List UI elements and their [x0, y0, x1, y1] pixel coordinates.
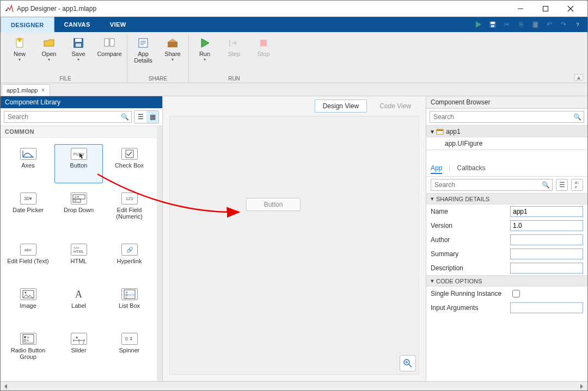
grid-view-toggle[interactable]: ▦ — [146, 111, 158, 123]
tab-canvas[interactable]: CANVAS — [54, 17, 100, 32]
stop-button[interactable]: Stop — [251, 34, 276, 74]
quick-access-toolbar: ✂ ⎘ 📋 ↶ ↷ ? — [473, 17, 587, 32]
bottom-scrollbar[interactable]: ⏴ ⏵ — [1, 381, 587, 390]
design-canvas[interactable]: Button — [169, 116, 419, 375]
canvas-button-widget[interactable]: Button — [246, 198, 301, 211]
dropdown-icon: a ▾b — [71, 193, 87, 204]
prop-author-input[interactable] — [510, 234, 583, 245]
qat-help-icon[interactable]: ? — [572, 19, 583, 30]
svg-text:?: ? — [576, 22, 579, 27]
tree-node-uifigure[interactable]: app.UIFigure — [426, 138, 587, 150]
tab-designer[interactable]: DESIGNER — [1, 17, 54, 32]
component-dropdown[interactable]: a ▾bDrop Down — [54, 189, 103, 234]
component-checkbox[interactable]: Check Box — [105, 144, 154, 183]
app-details-button[interactable]: App Details — [131, 34, 156, 74]
document-tab-label: app1.mlapp — [7, 87, 38, 94]
close-button[interactable] — [558, 1, 583, 17]
code-view-tab[interactable]: Code View — [371, 100, 419, 113]
list-view-toggle[interactable]: ☰ — [134, 111, 146, 123]
maximize-button[interactable] — [533, 1, 558, 17]
component-label[interactable]: ALabel — [54, 284, 103, 324]
open-button[interactable]: Open▾ — [36, 34, 62, 74]
svg-line-51 — [409, 364, 412, 367]
component-browser-panel: Component Browser 🔍 ▾ app1 app.UIFigure … — [426, 96, 587, 381]
zoom-button[interactable] — [400, 355, 416, 371]
component-datepicker[interactable]: 30▾Date Picker — [4, 189, 52, 234]
step-button[interactable]: Step — [222, 34, 247, 74]
prop-single-instance-checkbox[interactable] — [512, 290, 520, 297]
text-icon: abc — [20, 244, 36, 256]
chevron-down-icon: ▾ — [431, 128, 434, 135]
ribbon-collapse-icon[interactable]: ▴ — [574, 74, 583, 80]
component-axes[interactable]: Axes — [4, 144, 52, 183]
prop-description-input[interactable] — [510, 263, 583, 274]
svg-text:a ▾: a ▾ — [75, 195, 79, 198]
component-hyperlink[interactable]: 🔗Hyperlink — [105, 240, 154, 279]
prop-inputargs-input[interactable] — [510, 302, 583, 313]
search-icon: 🔍 — [121, 113, 129, 121]
browser-search-input[interactable]: 🔍 — [430, 111, 584, 123]
component-spinner[interactable]: 0 ⇕Spinner — [105, 329, 154, 375]
section-sharing-details[interactable]: ▾SHARING DETAILS — [426, 193, 587, 204]
component-html[interactable]: </>HTMLHTML — [54, 240, 103, 279]
prop-version-input[interactable] — [510, 220, 583, 231]
categorized-view-icon[interactable]: ☰ — [556, 179, 568, 191]
svg-marker-23 — [168, 39, 177, 42]
tree-node-root[interactable]: ▾ app1 — [426, 126, 587, 138]
component-button[interactable]: PUSHButton — [54, 144, 103, 183]
main-area: Component Library 🔍 ☰ ▦ COMMON Axes PUSH… — [1, 96, 587, 381]
component-slider[interactable]: 12Slider — [54, 329, 103, 375]
svg-text:b: b — [27, 339, 29, 342]
qat-paste-icon[interactable]: 📋 — [530, 19, 541, 30]
subtab-callbacks[interactable]: Callbacks — [457, 164, 485, 174]
sort-az-icon[interactable]: a↓z — [571, 179, 583, 191]
minimize-button[interactable] — [508, 1, 533, 17]
svg-text:2: 2 — [83, 341, 84, 344]
component-editfield-text[interactable]: abcEdit Field (Text) — [4, 240, 52, 279]
qat-save-icon[interactable] — [487, 19, 498, 30]
qat-redo-icon[interactable]: ↷ — [558, 19, 569, 30]
stop-icon — [257, 36, 270, 49]
prop-summary-label: Summary — [431, 250, 507, 258]
qat-run-icon[interactable] — [473, 19, 484, 30]
component-image[interactable]: Image — [4, 284, 52, 324]
document-tab-row: app1.mlapp × — [1, 83, 587, 96]
qat-copy-icon[interactable]: ⎘ — [516, 19, 526, 30]
new-button[interactable]: New▾ — [7, 34, 32, 74]
compare-icon — [103, 36, 116, 49]
section-code-options[interactable]: ▾CODE OPTIONS — [426, 275, 587, 287]
component-search-input[interactable]: 🔍 — [4, 111, 132, 123]
prop-inputargs-label: Input Arguments — [431, 304, 507, 312]
document-tab[interactable]: app1.mlapp × — [2, 84, 50, 96]
run-button[interactable]: Run▾ — [192, 34, 217, 74]
qat-cut-icon[interactable]: ✂ — [501, 19, 512, 30]
component-library-scrollbar[interactable] — [157, 126, 162, 381]
component-radiogroup[interactable]: abRadio Button Group — [4, 329, 52, 375]
component-library-header: Component Library — [1, 96, 162, 108]
component-listbox[interactable]: abcList Box — [105, 284, 154, 324]
scroll-right-icon[interactable]: ⏵ — [579, 382, 585, 390]
svg-point-39 — [24, 336, 26, 338]
prop-name-label: Name — [431, 208, 507, 215]
save-button[interactable]: Save▾ — [66, 34, 91, 74]
chevron-down-icon: ▾ — [431, 195, 434, 202]
tab-view[interactable]: VIEW — [100, 17, 136, 32]
step-icon — [228, 36, 241, 49]
component-editfield-numeric[interactable]: 123Edit Field (Numeric) — [105, 189, 154, 234]
subtab-app[interactable]: App — [431, 164, 442, 174]
property-search-input[interactable]: 🔍 — [431, 179, 553, 191]
ribbon: New▾ Open▾ Save▾ Compare FILE — [1, 32, 587, 83]
share-button[interactable]: Share▾ — [160, 34, 185, 74]
slider-icon: 12 — [71, 333, 87, 345]
prop-name-input[interactable] — [510, 206, 583, 217]
component-library-panel: Component Library 🔍 ☰ ▦ COMMON Axes PUSH… — [1, 96, 163, 381]
prop-summary-input[interactable] — [510, 249, 583, 259]
scroll-left-icon[interactable]: ⏴ — [3, 382, 9, 390]
document-tab-close-icon[interactable]: × — [41, 86, 45, 94]
svg-rect-56 — [437, 129, 443, 131]
checkbox-icon — [121, 148, 138, 160]
design-view-tab[interactable]: Design View — [315, 100, 367, 113]
qat-undo-icon[interactable]: ↶ — [544, 19, 555, 30]
search-icon: 🔍 — [573, 113, 581, 121]
compare-button[interactable]: Compare — [95, 34, 124, 74]
